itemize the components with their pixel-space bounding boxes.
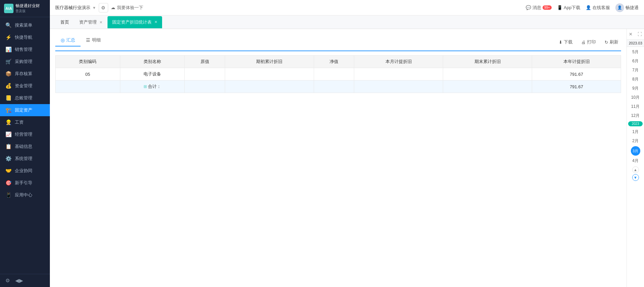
content-main: ◎ 汇总 ☰ 明细 ⬇ 下载 🖨 打印 [50,29,626,287]
close-tab-asset-icon[interactable]: ✕ [99,20,102,25]
user-profile[interactable]: 👤 畅捷通 [615,3,639,12]
collapse-icon[interactable]: ◀▶ [15,278,23,284]
month-item-2[interactable]: 2月 [627,136,644,146]
month-item-10[interactable]: 10月 [627,93,644,102]
right-panel: ✕ ⛶ 2023.03 5月 6月 7月 8月 9月 10月 11月 12月 2… [626,29,644,287]
sidebar-item-fixed-assets[interactable]: 🏗️ 固定资产 [0,104,50,116]
nav-up-icon[interactable]: ▲ [632,166,639,173]
apps-icon: 📱 [5,192,11,198]
sidebar-item-basic-info[interactable]: 📋 基础信息 [0,140,50,153]
subtab-summary-label: 汇总 [66,37,75,43]
sidebar-item-inventory[interactable]: 📦 库存核算 [0,68,50,80]
subtab-bar: ◎ 汇总 ☰ 明细 [55,34,106,46]
sidebar-item-label: 销售管理 [15,46,32,53]
tab-asset-management[interactable]: 资产管理 ✕ [74,16,108,28]
sidebar-item-label: 企业协同 [15,168,32,174]
funds-icon: 💰 [5,83,11,89]
sidebar-item-collab[interactable]: 🤝 企业协同 [0,165,50,177]
col-header-original: 原值 [185,56,225,68]
sidebar-nav: 🔍 搜索菜单 ⚡ 快捷导航 📊 销售管理 🛒 采购管理 📦 库存核算 💰 资金管… [0,17,50,274]
summary-month-dep [354,81,443,93]
sidebar-item-quicknav[interactable]: ⚡ 快捷导航 [0,31,50,43]
online-service-btn[interactable]: 👤 在线客服 [586,5,610,11]
month-item-6[interactable]: 6月 [627,57,644,66]
close-panel-icon[interactable]: ✕ [629,32,633,37]
sidebar-item-purchase[interactable]: 🛒 采购管理 [0,56,50,68]
cell-code: 05 [56,68,120,81]
quicknav-icon: ⚡ [5,34,11,40]
summary-original [185,81,225,93]
company-name: 医疗器械行业演示 [55,5,90,11]
message-badge: 99+ [543,5,552,10]
summary-begin-acc [225,81,314,93]
sidebar-item-label: 工资 [15,119,24,125]
sidebar-item-label: 基础信息 [15,144,32,150]
month-item-5[interactable]: 5月 [627,47,644,57]
summary-net [314,81,354,93]
download-btn[interactable]: ⬇ 下载 [556,38,575,46]
print-icon: 🖨 [581,40,586,45]
app-download-btn[interactable]: 📱 App下载 [557,5,580,11]
logo-icon: AtA [4,4,13,13]
sidebar-item-funds[interactable]: 💰 资金管理 [0,80,50,92]
sidebar-item-search[interactable]: 🔍 搜索菜单 [0,19,50,31]
panel-header: ✕ ⛶ [627,29,644,40]
expand-panel-icon[interactable]: ⛶ [638,32,642,37]
tab-depreciation-label: 固定资产折旧统计表 [112,19,152,25]
summary-icon-cell [56,81,120,93]
gear-button[interactable]: ⚙ [99,3,108,12]
username: 畅捷通 [625,5,639,11]
tab-asset-label: 资产管理 [79,19,97,25]
main-area: 医疗器械行业演示 ▼ ⚙ ☁ 我要体验一下 💬 消息 99+ 📱 App下载 [50,0,644,287]
sales-icon: 📊 [5,46,11,53]
sidebar-item-operations[interactable]: 📈 经营管理 [0,128,50,140]
company-selector[interactable]: 医疗器械行业演示 ▼ [55,5,96,11]
col-header-month-dep: 本月计提折旧 [354,56,443,68]
sidebar-item-label: 总账管理 [15,95,32,101]
chevron-down-icon: ▼ [92,6,96,10]
ledger-icon: 📒 [5,95,11,101]
month-item-8[interactable]: 8月 [627,75,644,84]
sidebar-item-sales[interactable]: 📊 销售管理 [0,43,50,56]
message-label: 消息 [532,5,541,11]
sidebar-item-label: 新手引导 [15,180,32,186]
fixed-assets-icon: 🏗️ [5,107,11,113]
sidebar-item-guide[interactable]: 🎯 新手引导 [0,177,50,189]
month-item-1[interactable]: 1月 [627,127,644,136]
app-name: 畅捷通好业财 [16,3,40,9]
cell-year-dep: 791.67 [532,68,621,81]
sidebar-item-apps[interactable]: 📱 应用中心 [0,189,50,201]
avatar: 👤 [615,3,624,12]
sidebar-item-label: 采购管理 [15,59,32,65]
month-item-7[interactable]: 7月 [627,66,644,75]
print-btn[interactable]: 🖨 打印 [579,38,599,46]
settings-icon[interactable]: ⚙ [5,278,10,284]
sum-icon: ⊞ [144,84,147,89]
refresh-btn[interactable]: ↻ 刷新 [602,38,621,46]
experience-label: 我要体验一下 [117,5,143,11]
guide-icon: 🎯 [5,180,11,186]
message-btn[interactable]: 💬 消息 99+ [526,5,552,11]
sidebar-item-label: 资金管理 [15,83,32,89]
experience-btn[interactable]: ☁ 我要体验一下 [111,5,143,11]
tab-home[interactable]: 首页 [55,16,74,28]
cell-original [185,68,225,81]
month-item-3-current[interactable]: 3月 [631,146,640,156]
month-item-4[interactable]: 4月 [627,156,644,165]
subtab-detail[interactable]: ☰ 明细 [81,34,106,46]
subtab-summary[interactable]: ◎ 汇总 [55,34,81,46]
close-tab-depreciation-icon[interactable]: ✕ [154,20,157,24]
sidebar-item-system[interactable]: ⚙️ 系统管理 [0,153,50,165]
summary-icon: ◎ [61,37,65,43]
service-icon: 👤 [586,5,591,10]
col-header-year-dep: 本年计提折旧 [532,56,621,68]
tab-depreciation-report[interactable]: 固定资产折旧统计表 ✕ [108,16,162,28]
month-item-11[interactable]: 11月 [627,102,644,111]
month-item-12[interactable]: 12月 [627,111,644,120]
search-icon: 🔍 [5,22,11,28]
sidebar-item-payroll[interactable]: 👷 工资 [0,116,50,128]
payroll-icon: 👷 [5,119,11,125]
month-item-9[interactable]: 9月 [627,84,644,93]
nav-down-icon[interactable]: ▼ [632,174,639,181]
sidebar-item-ledger[interactable]: 📒 总账管理 [0,92,50,104]
